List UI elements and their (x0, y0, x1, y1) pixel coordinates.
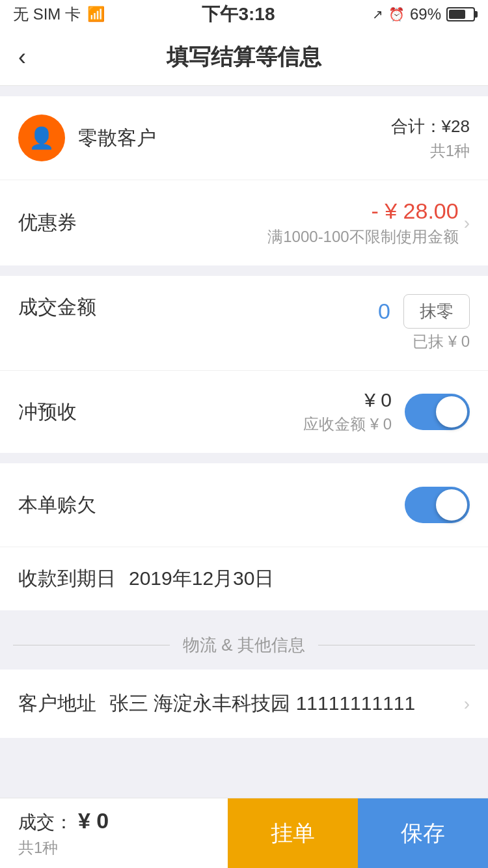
transaction-section: 成交金额 0 抹零 已抹 ¥ 0 冲预收 ¥ 0 应收金额 ¥ 0 (0, 276, 488, 453)
battery-icon (446, 7, 475, 21)
page-title: 填写结算等信息 (167, 42, 321, 72)
status-left: 无 SIM 卡 📶 (13, 4, 105, 25)
address-chevron: › (459, 694, 470, 714)
avatar-icon: 👤 (29, 126, 55, 150)
status-time: 下午3:18 (202, 2, 275, 27)
status-right: ↗ ⏰ 69% (372, 5, 475, 23)
chevron-right-icon: › (464, 213, 470, 234)
save-button[interactable]: 保存 (358, 798, 488, 869)
bottom-bar: 成交： ¥ 0 共1种 挂单 保存 (0, 798, 488, 868)
address-section: 客户地址 张三 海淀永丰科技园 11111111111 › (0, 670, 488, 738)
round-zero-button[interactable]: 抹零 (403, 294, 470, 329)
logistics-label: 物流 & 其他信息 (183, 634, 305, 657)
status-bar: 无 SIM 卡 📶 下午3:18 ↗ ⏰ 69% (0, 0, 488, 29)
customer-info: 👤 零散客户 (18, 115, 156, 161)
bottom-count: 共1种 (18, 837, 210, 858)
total-label: 合计：¥28 (391, 115, 470, 138)
advance-right: ¥ 0 应收金额 ¥ 0 (303, 389, 470, 435)
bottom-deal-row: 成交： ¥ 0 (18, 808, 210, 835)
already-zeroed-label: 已抹 ¥ 0 (378, 331, 470, 352)
alarm-icon: ⏰ (388, 7, 405, 22)
advance-amounts: ¥ 0 应收金额 ¥ 0 (303, 389, 392, 435)
customer-section: 👤 零散客户 合计：¥28 共1种 优惠券 - ¥ 28.00 满1000-10… (0, 96, 488, 265)
address-label: 客户地址 (18, 690, 96, 717)
coupon-desc: 满1000-100不限制使用金额 (267, 226, 458, 247)
transaction-label: 成交金额 (18, 294, 96, 321)
divider-line-left (13, 645, 170, 645)
customer-total: 合计：¥28 共1种 (391, 115, 470, 161)
deal-amount: ¥ 0 (78, 808, 109, 834)
address-value: 张三 海淀永丰科技园 11111111111 (109, 690, 459, 717)
back-button[interactable]: ‹ (18, 44, 26, 71)
nav-bar: ‹ 填写结算等信息 (0, 29, 488, 86)
coupon-label: 优惠券 (18, 210, 77, 236)
chevron-right-icon: › (464, 694, 470, 714)
arrearage-row: 本单赊欠 (0, 463, 488, 547)
due-date-row: 收款到期日 2019年12月30日 (0, 547, 488, 610)
address-row[interactable]: 客户地址 张三 海淀永丰科技园 11111111111 › (0, 670, 488, 738)
bottom-left: 成交： ¥ 0 共1种 (0, 808, 228, 858)
divider-line-right (318, 645, 475, 645)
avatar: 👤 (18, 115, 65, 161)
arrearage-toggle[interactable] (405, 487, 470, 523)
logistics-divider: 物流 & 其他信息 (0, 621, 488, 670)
transaction-amount: 0 (378, 299, 390, 324)
transaction-row: 成交金额 0 抹零 已抹 ¥ 0 (0, 276, 488, 370)
wifi-icon: 📶 (87, 6, 105, 23)
deal-label: 成交： (18, 810, 73, 835)
due-date-label: 收款到期日 (18, 565, 116, 592)
customer-name: 零散客户 (78, 125, 156, 152)
advance-label: 冲预收 (18, 399, 77, 426)
toggle-knob (436, 396, 467, 427)
coupon-amount: - ¥ 28.00 (267, 198, 458, 224)
battery-percent: 69% (410, 5, 441, 23)
customer-row: 👤 零散客户 合计：¥28 共1种 (0, 96, 488, 180)
carrier-label: 无 SIM 卡 (13, 4, 81, 25)
coupon-row[interactable]: 优惠券 - ¥ 28.00 满1000-100不限制使用金额 › (0, 180, 488, 265)
advance-amount: ¥ 0 (303, 389, 392, 411)
arrearage-section: 本单赊欠 收款到期日 2019年12月30日 (0, 463, 488, 610)
advance-row: 冲预收 ¥ 0 应收金额 ¥ 0 (0, 370, 488, 453)
hang-button[interactable]: 挂单 (228, 798, 358, 869)
advance-sub: 应收金额 ¥ 0 (303, 414, 392, 435)
total-sub: 共1种 (391, 141, 470, 161)
location-icon: ↗ (372, 7, 383, 22)
arrearage-label: 本单赊欠 (18, 492, 96, 519)
due-date-value: 2019年12月30日 (129, 565, 274, 592)
coupon-right: - ¥ 28.00 满1000-100不限制使用金额 › (267, 198, 470, 247)
arrearage-toggle-knob (436, 489, 467, 521)
advance-toggle[interactable] (405, 394, 470, 430)
